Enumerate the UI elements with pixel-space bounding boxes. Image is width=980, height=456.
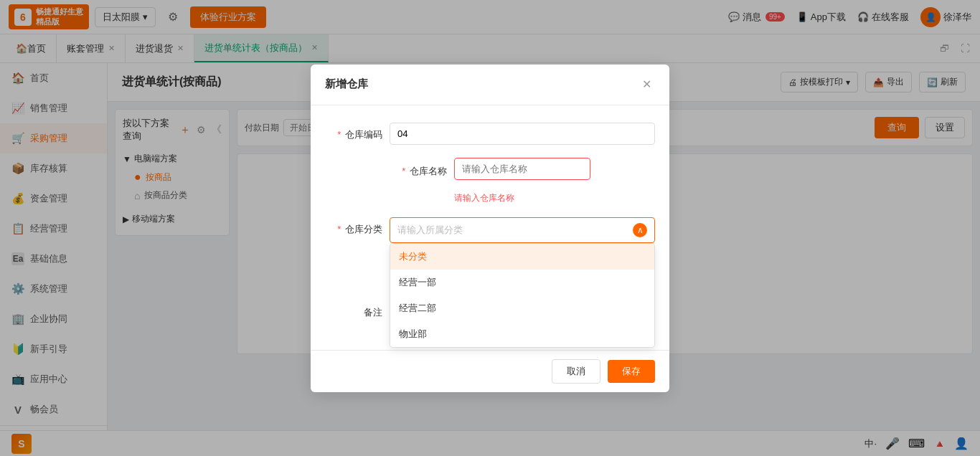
name-error-message: 请输入仓库名称 xyxy=(454,192,514,204)
warehouse-name-input[interactable] xyxy=(454,158,590,180)
category-label: * 仓库分类 xyxy=(325,217,382,236)
modal-title: 新增仓库 xyxy=(325,77,368,91)
save-button[interactable]: 保存 xyxy=(608,360,655,383)
remark-label: 备注 xyxy=(325,300,382,319)
warehouse-code-input[interactable] xyxy=(390,123,655,145)
warehouse-name-row: * 仓库名称 请输入仓库名称 xyxy=(325,158,655,204)
warehouse-code-row: * 仓库编码 xyxy=(325,123,655,145)
category-field-wrapper: 请输入所属分类 ∧ 未分类 经营一部 经营二部 物业部 xyxy=(390,217,655,243)
warehouse-category-row: * 仓库分类 请输入所属分类 ∧ 未分类 经营一部 经营二部 物业部 xyxy=(325,217,655,243)
name-label: * 仓库名称 xyxy=(390,159,447,178)
dropdown-option-dept2[interactable]: 经营二部 xyxy=(390,295,654,321)
cancel-button[interactable]: 取消 xyxy=(552,359,600,384)
dropdown-option-property[interactable]: 物业部 xyxy=(390,321,654,347)
modal-footer: 取消 保存 xyxy=(311,350,669,392)
modal-body: * 仓库编码 * 仓库名称 请输入仓库名称 xyxy=(311,105,669,350)
category-dropdown-trigger[interactable]: 请输入所属分类 ∧ xyxy=(390,217,655,243)
new-warehouse-modal: 新增仓库 ✕ * 仓库编码 * 仓库名称 xyxy=(311,65,669,392)
dropdown-option-unclassified[interactable]: 未分类 xyxy=(390,244,654,270)
code-label: * 仓库编码 xyxy=(325,123,382,141)
modal-overlay: 新增仓库 ✕ * 仓库编码 * 仓库名称 xyxy=(0,0,980,456)
category-dropdown-list: 未分类 经营一部 经营二部 物业部 xyxy=(390,243,655,348)
dropdown-arrow-icon: ∧ xyxy=(633,223,647,237)
modal-header: 新增仓库 ✕ xyxy=(311,65,669,105)
modal-close-button[interactable]: ✕ xyxy=(638,76,655,93)
dropdown-option-dept1[interactable]: 经营一部 xyxy=(390,270,654,295)
